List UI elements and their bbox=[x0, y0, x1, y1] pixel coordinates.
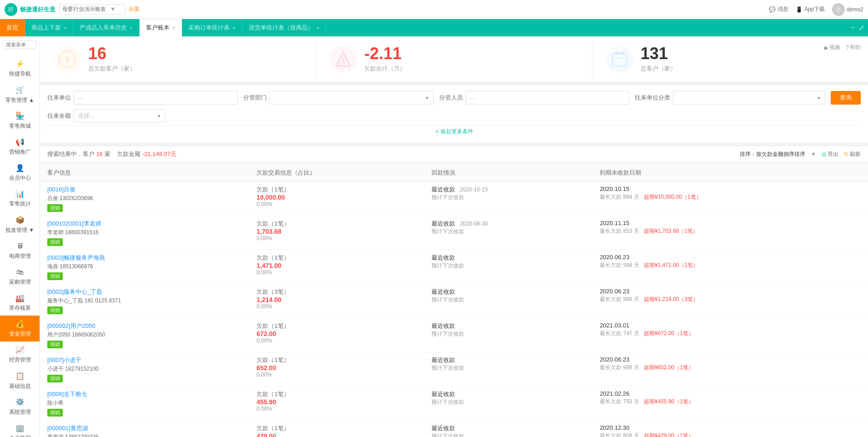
sidebar-item-system[interactable]: ⚙️ 系统管理 bbox=[0, 393, 40, 419]
debt-count-1: 欠款（1笔） bbox=[256, 220, 416, 228]
customer-badge-6: 现销 bbox=[47, 409, 63, 417]
svg-rect-4 bbox=[612, 54, 627, 66]
customer-contact-2: 海燕 18513066976 bbox=[47, 263, 242, 271]
sidebar-item-retail-mgmt[interactable]: 🛒 零售管理 ▲ bbox=[0, 81, 40, 107]
tab-home[interactable]: 首页 bbox=[0, 19, 25, 36]
overdue-link-6[interactable]: 超期¥455.90（1笔） bbox=[644, 398, 694, 405]
overdue-link-1[interactable]: 超期¥1,703.68（1笔） bbox=[644, 228, 698, 234]
stat-label-total: 总客户（家） bbox=[641, 65, 859, 73]
table-row: [0001020001]李老师 李老师 18600391516 现销 欠款（1笔… bbox=[40, 216, 868, 250]
table-row: [000001]黄思源 黄思源 13552700226 现销 欠款（1笔） 42… bbox=[40, 421, 868, 437]
tab-purchase-stats-label: 进货单统计表（按商品） bbox=[249, 24, 314, 32]
refresh-btn[interactable]: ↻ 刷新 bbox=[844, 151, 861, 158]
export-btn[interactable]: ◎ 导出 bbox=[822, 151, 838, 158]
next-collect-4: 预计下次收款 bbox=[431, 330, 586, 338]
collapse-btn[interactable]: ∧ 收起更多条件 bbox=[47, 126, 861, 137]
tab-purchase-order[interactable]: 采购订单统计表 × bbox=[182, 19, 242, 36]
overdue-link-7[interactable]: 超期¥429.00（1笔） bbox=[644, 432, 694, 437]
customer-name-5[interactable]: [0007]小进干 bbox=[47, 356, 242, 364]
debt-amount-1[interactable]: 1,703.68 bbox=[256, 228, 416, 235]
source-unit-label: 往来单位 bbox=[47, 94, 71, 102]
person-input[interactable]: ··· bbox=[466, 91, 630, 105]
cell-due-1: 2020.11.15 最长欠款 853 天 超期¥1,703.68（1笔） bbox=[592, 216, 868, 250]
overdue-link-2[interactable]: 超期¥1,471.00（1笔） bbox=[644, 262, 698, 268]
customer-name-3[interactable]: [0002]服务中心_丁磊 bbox=[47, 288, 242, 296]
overdue-link-4[interactable]: 超期¥672.00（1笔） bbox=[644, 330, 694, 337]
main-layout: ⚡ 快捷导航 🛒 零售管理 ▲ 🏪 零售商城 📢 营销推广 👤 会员中心 📊 bbox=[0, 36, 868, 437]
due-date-2: 2020.06.23 bbox=[600, 254, 861, 261]
overdue-link-5[interactable]: 超期¥652.00（1笔） bbox=[644, 364, 694, 371]
query-button[interactable]: 查询 bbox=[831, 91, 861, 105]
video-icon: ▶ bbox=[824, 45, 828, 51]
customer-name-0[interactable]: [0016]吕俊 bbox=[47, 186, 242, 194]
sidebar-item-ecommerce[interactable]: 🖥 电商管理 bbox=[0, 237, 40, 263]
source-unit-input[interactable]: ··· bbox=[74, 91, 238, 105]
svg-rect-6 bbox=[621, 52, 624, 55]
sidebar-item-enterprise[interactable]: 🏢 企业协同 bbox=[0, 420, 40, 437]
unit-class-label: 往来单位分类 bbox=[635, 94, 670, 102]
tab-close-product-off[interactable]: × bbox=[64, 25, 66, 30]
customer-name-6[interactable]: [0006]去下粮仓 bbox=[47, 390, 242, 398]
tab-close-purchase-stats[interactable]: × bbox=[316, 25, 319, 30]
customer-name-1[interactable]: [0001020001]李老师 bbox=[47, 220, 242, 228]
tab-minimize-icon[interactable]: − bbox=[851, 24, 855, 32]
dept-input[interactable]: ▼ bbox=[270, 91, 434, 105]
sidebar-item-purchase-mgmt[interactable]: 🛍 采购管理 bbox=[0, 264, 40, 290]
recent-label-0: 最近收款 2020-10-15 bbox=[431, 186, 586, 194]
help-btn[interactable]: ? 帮助 bbox=[846, 44, 861, 51]
sidebar-item-warehouse[interactable]: 🏭 库存核算 bbox=[0, 290, 40, 316]
cell-customer-1: [0001020001]李老师 李老师 18600391516 现销 bbox=[40, 216, 249, 250]
sidebar-item-basic-info[interactable]: 📋 基础信息 bbox=[0, 367, 40, 393]
stat-label-debt-total: 欠款合计（万） bbox=[364, 65, 582, 73]
tab-maximize-icon[interactable]: ⤢ bbox=[858, 24, 864, 32]
table-row: [0016]吕俊 吕俊 13026203696 现销 欠款（1笔） 10,000… bbox=[40, 182, 868, 216]
sidebar-item-quick-nav[interactable]: ⚡ 快捷导航 bbox=[0, 55, 40, 81]
tab-close-product-history[interactable]: × bbox=[130, 25, 132, 30]
sidebar-item-batch-mgmt[interactable]: 📦 批发管理 ▼ bbox=[0, 211, 40, 237]
debt-amount-4[interactable]: 672.00 bbox=[256, 330, 416, 337]
sort-label[interactable]: 排序：按欠款金额倒序排序 bbox=[740, 151, 805, 158]
tab-customer-account[interactable]: 客户账本 × bbox=[140, 19, 182, 36]
debt-amount-7[interactable]: 429.00 bbox=[256, 432, 416, 437]
debt-amount-6[interactable]: 455.90 bbox=[256, 398, 416, 406]
sidebar-item-retail-mall[interactable]: 🏪 零售商城 bbox=[0, 107, 40, 133]
customer-name-7[interactable]: [000001]黄思源 bbox=[47, 424, 242, 432]
message-btn[interactable]: 💬 消息 bbox=[769, 5, 788, 13]
search-input[interactable] bbox=[3, 40, 37, 49]
overdue-link-0[interactable]: 超期¥10,000.00（1笔） bbox=[644, 194, 702, 200]
debt-percent-6: 0.00% bbox=[256, 406, 416, 412]
tab-product-off[interactable]: 商品上下架 × bbox=[25, 19, 73, 36]
video-btn[interactable]: ▶ 视频 bbox=[824, 44, 840, 51]
sidebar-item-member[interactable]: 👤 会员中心 bbox=[0, 160, 40, 186]
nav-toggle[interactable]: 示菜 bbox=[129, 5, 140, 13]
app-download-btn[interactable]: 📱 App下载 bbox=[796, 5, 825, 13]
sidebar-item-retail-stats[interactable]: 📊 零售统计 bbox=[0, 186, 40, 211]
tab-product-history[interactable]: 产成品入库单历史 × bbox=[73, 19, 139, 36]
user-menu[interactable]: D demo2 bbox=[832, 3, 863, 16]
system-icon: ⚙️ bbox=[2, 397, 38, 407]
org-selector[interactable]: 母婴行业演示账套 ▼ bbox=[59, 4, 125, 15]
balance-input[interactable]: 选择... ▼ bbox=[74, 109, 166, 123]
debt-amount-0[interactable]: 10,000.00 bbox=[256, 194, 416, 201]
tab-close-purchase-order[interactable]: × bbox=[232, 25, 235, 30]
overdue-link-3[interactable]: 超期¥1,214.00（3笔） bbox=[644, 296, 698, 302]
cell-repayment-6: 最近收款 预计下次收款 bbox=[424, 387, 593, 421]
debt-percent-1: 0.00% bbox=[256, 235, 416, 241]
debt-count-6: 欠款（1笔） bbox=[256, 390, 416, 398]
top-bar-right: 💬 消息 📱 App下载 D demo2 bbox=[769, 3, 863, 16]
top-bar-left: 好 畅捷通好生意 母婴行业演示账套 ▼ 示菜 bbox=[5, 3, 140, 16]
customer-name-2[interactable]: [0003]畅捷服务尹海燕 bbox=[47, 254, 242, 262]
tab-purchase-stats[interactable]: 进货单统计表（按商品） × bbox=[242, 19, 326, 36]
debt-count-2: 欠款（1笔） bbox=[256, 254, 416, 262]
sidebar-item-finance[interactable]: 💰 资金管理 bbox=[0, 316, 40, 342]
customer-name-4[interactable]: [000002]用户2050 bbox=[47, 322, 242, 330]
cell-repayment-2: 最近收款 预计下次收款 bbox=[424, 250, 593, 284]
debt-amount-5[interactable]: 652.00 bbox=[256, 364, 416, 372]
sidebar-item-operation[interactable]: 📈 经营管理 bbox=[0, 342, 40, 367]
result-info: 搜索结果中，客户 16 家 欠款金额 -21,148.07元 bbox=[47, 150, 176, 158]
debt-amount-2[interactable]: 1,471.00 bbox=[256, 262, 416, 269]
unit-class-input[interactable]: ▼ bbox=[673, 91, 825, 105]
tab-close-customer-account[interactable]: × bbox=[172, 25, 175, 30]
sidebar-item-marketing[interactable]: 📢 营销推广 bbox=[0, 134, 40, 160]
debt-amount-3[interactable]: 1,214.00 bbox=[256, 296, 416, 303]
